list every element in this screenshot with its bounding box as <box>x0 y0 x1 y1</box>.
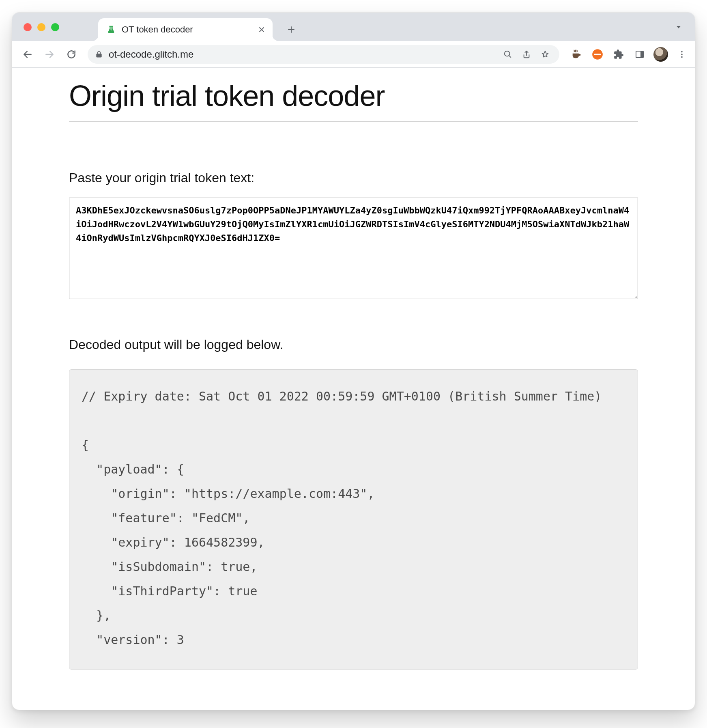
address-bar[interactable] <box>88 45 559 64</box>
extension-icons <box>569 47 689 62</box>
back-button[interactable] <box>18 45 37 64</box>
close-window-button[interactable] <box>24 23 32 31</box>
test-tube-icon <box>106 25 116 34</box>
paste-label: Paste your origin trial token text: <box>69 170 638 185</box>
reload-button[interactable] <box>62 45 81 64</box>
share-icon[interactable] <box>520 47 533 61</box>
omnibox-actions <box>501 47 552 61</box>
search-icon[interactable] <box>501 47 515 61</box>
tab-search-dropdown[interactable] <box>673 22 684 33</box>
output-label: Decoded output will be logged below. <box>69 337 638 352</box>
decoded-output: // Expiry date: Sat Oct 01 2022 00:59:59… <box>69 369 638 670</box>
forward-button[interactable] <box>40 45 59 64</box>
bookmark-star-icon[interactable] <box>538 47 552 61</box>
lock-icon <box>95 50 103 58</box>
minimize-window-button[interactable] <box>37 23 45 31</box>
close-tab-button[interactable] <box>256 24 267 35</box>
browser-tab[interactable]: OT token decoder <box>98 18 273 41</box>
tab-title: OT token decoder <box>122 24 251 35</box>
svg-point-6 <box>681 56 683 58</box>
svg-point-5 <box>681 54 683 55</box>
browser-window: OT token decoder <box>12 12 695 710</box>
url-input[interactable] <box>109 49 495 60</box>
side-panel-icon[interactable] <box>632 47 647 62</box>
page-content: Origin trial token decoder Paste your or… <box>12 68 695 710</box>
coffee-extension-icon[interactable] <box>569 47 584 62</box>
new-tab-button[interactable] <box>282 21 300 39</box>
fullscreen-window-button[interactable] <box>51 23 59 31</box>
page-heading: Origin trial token decoder <box>69 79 638 112</box>
extensions-puzzle-icon[interactable] <box>611 47 626 62</box>
window-controls <box>24 23 59 31</box>
token-textarea[interactable] <box>69 198 638 299</box>
profile-avatar[interactable] <box>653 47 668 62</box>
title-bar: OT token decoder <box>12 13 695 41</box>
kebab-menu-icon[interactable] <box>675 47 689 62</box>
orange-circle-extension-icon[interactable] <box>590 47 605 62</box>
svg-rect-3 <box>640 51 643 58</box>
tabs-strip: OT token decoder <box>98 13 300 41</box>
toolbar <box>12 41 695 68</box>
heading-divider <box>69 121 638 122</box>
svg-point-4 <box>681 51 683 52</box>
